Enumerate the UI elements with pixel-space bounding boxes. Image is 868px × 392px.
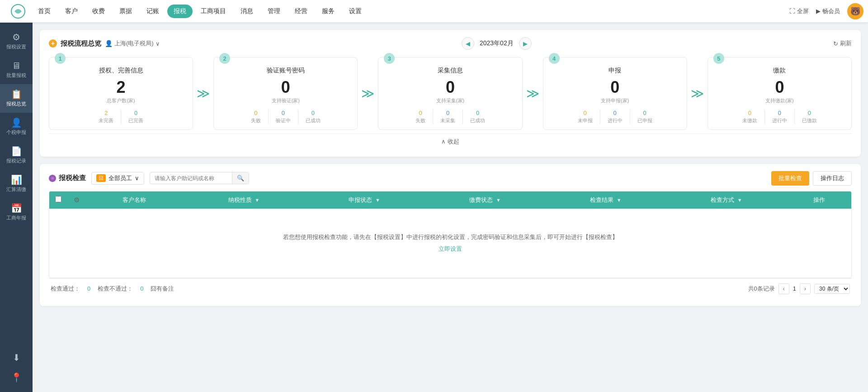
- setup-link[interactable]: 立即设置: [439, 245, 462, 252]
- stat-fail-3[interactable]: 0 失败: [415, 110, 425, 124]
- tax-check-table: ⚙ 客户名称 纳税性质 ▼ 申报状态 ▼: [49, 191, 851, 278]
- nav-message[interactable]: 消息: [234, 5, 259, 18]
- stat-divider: [121, 110, 121, 124]
- operation-log-button[interactable]: 操作日志: [813, 171, 852, 186]
- sidebar-item-tax-record[interactable]: 📄 报税记录: [0, 141, 33, 170]
- nav-fee[interactable]: 收费: [86, 5, 111, 18]
- stat-fail-2[interactable]: 0 失败: [251, 110, 261, 124]
- flow-step-1: 1 授权、完善信息 2 总客户数(家) 2 未完善 0 已完善: [49, 57, 193, 130]
- filter-icon-check-result[interactable]: ▼: [617, 197, 622, 203]
- stat-verifying-2[interactable]: 0 验证中: [276, 110, 291, 124]
- sidebar-item-location[interactable]: 📍: [11, 368, 22, 387]
- stat-fail-2-value: 0: [254, 110, 257, 116]
- nav-settings[interactable]: 设置: [343, 5, 368, 18]
- stat-declared-4[interactable]: 0 已申报: [637, 110, 652, 124]
- stat-declared-4-value: 0: [643, 110, 646, 116]
- filter-icon-pay-status[interactable]: ▼: [496, 197, 501, 203]
- stat-paid-5-value: 0: [808, 110, 811, 116]
- footer-right: 共0条记录 ‹ 1 › 30 条/页: [748, 283, 850, 294]
- sidebar-item-annual-report[interactable]: 📅 工商年报: [0, 198, 33, 227]
- stat-divider-5: [764, 110, 765, 124]
- empty-state-message: 若您想使用报税检查功能，请先在【报税设置】中进行报税的初化设置，完成密码验证和信…: [64, 231, 837, 243]
- stat-uncollected-3[interactable]: 0 未采集: [440, 110, 455, 124]
- sidebar-item-tax-overview[interactable]: 📋 报税总览: [0, 84, 33, 113]
- search-button[interactable]: 🔍: [232, 172, 249, 184]
- stat-uncollected-3-value: 0: [446, 110, 449, 116]
- stat-complete-label: 已完善: [128, 117, 143, 124]
- current-month-label: 2023年02月: [480, 39, 514, 48]
- step-stats-4: 0 未申报 0 进行中 0 已申报: [551, 110, 679, 124]
- flow-steps: 1 授权、完善信息 2 总客户数(家) 2 未完善 0 已完善: [49, 57, 852, 130]
- filter-icon-tax-nature[interactable]: ▼: [255, 197, 259, 203]
- nav-home[interactable]: 首页: [32, 5, 57, 18]
- customer-search-input[interactable]: [150, 173, 232, 184]
- check-pass-value[interactable]: 0: [87, 285, 90, 292]
- check-fail-value[interactable]: 0: [140, 285, 143, 292]
- stat-incomplete[interactable]: 2 未完善: [99, 110, 113, 124]
- stat-success-3-value: 0: [476, 110, 479, 116]
- stat-success-2-label: 已成功: [306, 117, 321, 124]
- mascot-avatar[interactable]: 🐻: [847, 3, 863, 19]
- nav-operation[interactable]: 经营: [288, 5, 314, 18]
- stat-inprogress-4-value: 0: [613, 110, 617, 116]
- prev-month-button[interactable]: ◀: [462, 37, 474, 50]
- location-tag-icon: 👤: [105, 40, 113, 47]
- next-month-button[interactable]: ▶: [519, 37, 532, 50]
- nav-invoice[interactable]: 票据: [113, 5, 138, 18]
- stat-paid-5-label: 已缴款: [802, 117, 817, 124]
- filter-icon-declare-status[interactable]: ▼: [375, 197, 380, 203]
- select-all-checkbox[interactable]: [55, 196, 61, 202]
- step-count-3: 0: [386, 78, 514, 96]
- current-page-number: 1: [793, 285, 796, 292]
- step-number-1: 1: [55, 53, 66, 64]
- remark-label: 囧有备注: [151, 285, 174, 293]
- sidebar-item-settlement[interactable]: 📊 汇算清缴: [0, 170, 33, 198]
- tax-overview-card: + 报税流程总览 👤 上海(电子税局) ∨ ◀ 2023年02月 ▶ ↻ 刷新: [40, 30, 861, 157]
- step-title-2: 验证账号密码: [221, 67, 350, 75]
- stat-paid-5[interactable]: 0 已缴款: [802, 110, 817, 124]
- next-page-button[interactable]: ›: [800, 283, 811, 294]
- sidebar-batch-tax-label: 批量报税: [6, 72, 26, 79]
- sidebar-tax-record-label: 报税记录: [6, 158, 26, 164]
- vip-button[interactable]: ▶ 畅会员: [816, 7, 840, 15]
- stat-divider-4: [600, 110, 600, 124]
- collapse-button[interactable]: ∧ 收起: [49, 134, 852, 149]
- sidebar-bottom: ⬇ 📍: [11, 348, 22, 392]
- nav-business[interactable]: 工商项目: [194, 5, 232, 18]
- sidebar-item-download[interactable]: ⬇: [11, 348, 22, 368]
- location-tag[interactable]: 👤 上海(电子税局) ∨: [105, 39, 160, 48]
- plus-icon: +: [49, 39, 57, 48]
- nav-manage[interactable]: 管理: [261, 5, 287, 18]
- nav-service[interactable]: 服务: [316, 5, 341, 18]
- nav-tax[interactable]: 报税: [167, 5, 193, 18]
- table-settings-icon[interactable]: ⚙: [74, 196, 80, 204]
- per-page-select[interactable]: 30 条/页: [814, 284, 850, 294]
- stat-unpaid-5[interactable]: 0 未缴款: [742, 110, 757, 124]
- step-stats-1: 2 未完善 0 已完善: [57, 110, 185, 124]
- sidebar-item-batch-tax[interactable]: 🖥 批量报税: [0, 56, 33, 84]
- stat-undeclared-4[interactable]: 0 未申报: [578, 110, 593, 124]
- stat-success-2[interactable]: 0 已成功: [306, 110, 321, 124]
- sidebar-item-personal-tax[interactable]: 👤 个税申报: [0, 113, 33, 141]
- stat-complete[interactable]: 0 已完善: [128, 110, 143, 124]
- stat-inprogress-5[interactable]: 0 进行中: [772, 110, 787, 124]
- stat-divider-2b: [298, 110, 298, 124]
- stat-inprogress-4[interactable]: 0 进行中: [608, 110, 623, 124]
- stat-success-3[interactable]: 0 已成功: [470, 110, 485, 124]
- nav-client[interactable]: 客户: [59, 5, 84, 18]
- employee-filter-dropdown[interactable]: 囧 全部员工 ∨: [91, 172, 144, 185]
- filter-icon-check-method[interactable]: ▼: [737, 197, 742, 203]
- step-number-4: 4: [549, 53, 560, 64]
- refresh-label: 刷新: [840, 39, 852, 48]
- refresh-button[interactable]: ↻ 刷新: [833, 39, 852, 48]
- fullscreen-button[interactable]: ⛶ 全屏: [789, 7, 809, 15]
- batch-check-button[interactable]: 批量检查: [771, 171, 809, 186]
- table-body: 若您想使用报税检查功能，请先在【报税设置】中进行报税的初化设置，完成密码验证和信…: [49, 209, 851, 278]
- nav-accounting[interactable]: 记账: [140, 5, 165, 18]
- step-number-3: 3: [384, 53, 395, 64]
- step-stats-5: 0 未缴款 0 进行中 0 已缴款: [715, 110, 844, 124]
- prev-page-button[interactable]: ‹: [778, 283, 789, 294]
- stat-unpaid-5-value: 0: [748, 110, 751, 116]
- sidebar-item-tax-settings[interactable]: ⚙ 报税设置: [0, 27, 33, 56]
- dropdown-chevron-icon: ∨: [135, 175, 139, 182]
